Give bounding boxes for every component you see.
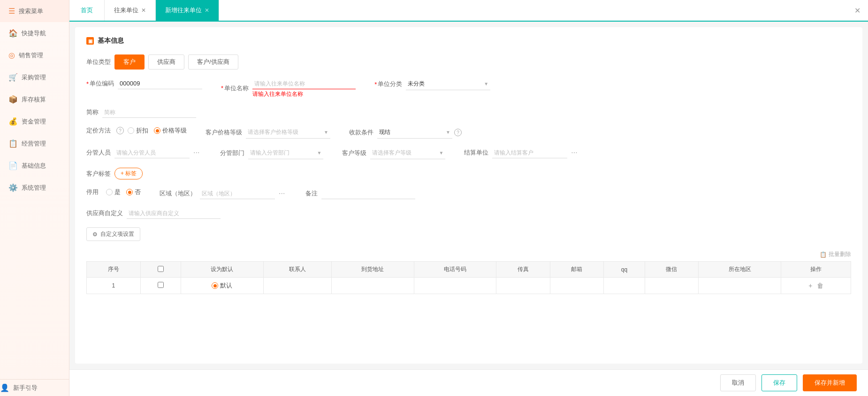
remark-input[interactable] (321, 188, 415, 199)
row-checkbox[interactable] (158, 282, 164, 288)
section-title-basic: ▣ 基本信息 (86, 37, 851, 45)
customer-price-placeholder: 请选择客户价格等级 (248, 128, 298, 136)
customer-price-field: 客户价格等级 请选择客户价格等级 ▼ (206, 126, 330, 139)
disable-label: 停用 (86, 188, 99, 196)
save-new-button[interactable]: 保存并新增 (803, 374, 857, 391)
disable-radio-no[interactable]: 否 (126, 188, 141, 196)
tab-partner-list-close[interactable]: ✕ (141, 7, 146, 14)
th-phone: 电话号码 (414, 262, 496, 278)
quick-nav-icon: 🏠 (8, 29, 18, 38)
row-email (550, 278, 604, 294)
payment-help-icon[interactable]: ? (454, 129, 462, 136)
row-region (699, 278, 781, 294)
sidebar-item-purchase[interactable]: 🛒 采购管理 (0, 66, 69, 88)
row-delete-btn[interactable]: 🗑 (815, 282, 825, 289)
unit-btn-customer[interactable]: 客户 (114, 54, 145, 70)
th-fax: 传真 (496, 262, 550, 278)
payment-terms-value: 现结 (379, 128, 390, 136)
finance-icon: 💰 (8, 117, 18, 126)
sidebar-item-quicknav[interactable]: 🏠 快捷导航 (0, 22, 69, 44)
sidebar-item-purchase-label: 采购管理 (22, 73, 46, 82)
main-content: 首页 往来单位 ✕ 新增往来单位 ✕ ✕ ▣ 基本信息 单位类型 客户 供应商 (69, 0, 868, 396)
disable-radio-group: 是 否 (106, 188, 141, 196)
sidebar-item-inventory[interactable]: 📦 库存核算 (0, 88, 69, 110)
customer-price-select[interactable]: 请选择客户价格等级 ▼ (246, 126, 330, 139)
unit-category-select[interactable]: 未分类 ▼ (406, 78, 490, 90)
unit-code-input[interactable] (118, 78, 202, 89)
sidebar-item-operations-label: 经营管理 (22, 140, 46, 148)
save-button[interactable]: 保存 (761, 374, 797, 391)
cancel-button[interactable]: 取消 (720, 374, 756, 391)
supplier-custom-input[interactable] (127, 208, 221, 219)
sidebar-item-inventory-label: 库存核算 (22, 95, 46, 104)
pricing-label: 定价方法 (86, 126, 111, 135)
pricing-radio-discount[interactable]: 折扣 (128, 126, 148, 135)
customer-level-select[interactable]: 请选择客户等级 ▼ (370, 147, 445, 159)
region-input[interactable] (200, 188, 275, 199)
settlement-label: 结算单位 (464, 148, 488, 157)
settlement-field: 结算单位 ··· (464, 147, 579, 158)
unit-type-label: 单位类型 (86, 58, 111, 66)
settlement-input[interactable] (492, 147, 567, 158)
department-select[interactable]: 请输入分管部门 ▼ (248, 147, 323, 159)
th-wechat: 微信 (645, 262, 699, 278)
th-address: 到货地址 (331, 262, 414, 278)
sidebar-item-operations[interactable]: 📋 经营管理 (0, 132, 69, 155)
region-more-btn[interactable]: ··· (277, 189, 287, 198)
sidebar-item-sysmgmt[interactable]: ⚙️ 系统管理 (0, 177, 69, 199)
unit-code-required: * (86, 80, 89, 87)
payment-terms-field: 收款条件 现结 ▼ ? (349, 126, 462, 139)
pricing-help-icon[interactable]: ? (116, 127, 124, 134)
batch-delete-label[interactable]: 批量删除 (829, 250, 851, 258)
manager-more-btn[interactable]: ··· (191, 148, 201, 157)
unit-type-row: 单位类型 客户 供应商 客户/供应商 (86, 54, 851, 70)
tab-new-partner[interactable]: 新增往来单位 ✕ (156, 0, 219, 21)
department-label: 分管部门 (220, 149, 244, 157)
select-all-checkbox[interactable] (158, 266, 164, 272)
tab-partner-list[interactable]: 往来单位 ✕ (105, 0, 156, 21)
department-chevron: ▼ (317, 150, 321, 155)
row-checkbox-cell (140, 278, 181, 294)
sidebar: ☰ 搜索菜单 🏠 快捷导航 ◎ 销售管理 🛒 采购管理 📦 库存核算 💰 资金管… (0, 0, 69, 396)
code-name-category-row: * 单位编码 * 单位名称 请输入往来单位名称 * 单位分类 未分类 ▼ (86, 78, 851, 98)
manager-row: 分管人员 ··· 分管部门 请输入分管部门 ▼ 客户等级 请选择客户等级 (86, 147, 851, 159)
payment-terms-select[interactable]: 现结 ▼ (377, 126, 452, 139)
sidebar-item-search[interactable]: ☰ 搜索菜单 (0, 0, 69, 22)
unit-btn-both[interactable]: 客户/供应商 (188, 54, 238, 70)
short-name-input[interactable] (102, 107, 196, 118)
pricing-radio-price-level[interactable]: 价格等级 (154, 126, 187, 135)
th-action: 操作 (781, 262, 851, 278)
sidebar-item-newbie[interactable]: 👤 新手引导 (0, 379, 69, 396)
sidebar-item-basicinfo[interactable]: 📄 基础信息 (0, 155, 69, 177)
sidebar-item-sales[interactable]: ◎ 销售管理 (0, 44, 69, 66)
table-body: 1 默认 (87, 278, 851, 294)
table-row: 1 默认 (87, 278, 851, 294)
manager-input-group: ··· (114, 147, 201, 158)
row-default-radio[interactable]: 默认 (186, 281, 259, 290)
tab-home-label: 首页 (81, 6, 93, 15)
newbie-icon: 👤 (0, 383, 9, 392)
row-fax (496, 278, 550, 294)
row-phone (414, 278, 496, 294)
close-all-button[interactable]: ✕ (847, 6, 868, 15)
unit-name-input[interactable] (252, 78, 356, 89)
unit-btn-supplier[interactable]: 供应商 (148, 54, 184, 70)
manager-input[interactable] (114, 147, 190, 158)
disable-radio-yes[interactable]: 是 (106, 188, 121, 196)
tab-partner-list-label: 往来单位 (114, 6, 138, 15)
radio-outer-discount (128, 127, 134, 134)
custom-settings-button[interactable]: ⚙ 自定义项设置 (86, 227, 140, 241)
unit-name-required: * (221, 85, 223, 92)
tags-add-btn[interactable]: + 标签 (114, 168, 143, 179)
remark-field: 备注 (305, 188, 415, 199)
tab-home[interactable]: 首页 (69, 0, 105, 21)
settlement-more-btn[interactable]: ··· (569, 148, 579, 157)
row-wechat (645, 278, 699, 294)
manager-field: 分管人员 ··· (86, 147, 201, 158)
region-label: 区域（地区） (160, 189, 196, 198)
sidebar-item-finance[interactable]: 💰 资金管理 (0, 110, 69, 132)
unit-category-label: 单位分类 (378, 80, 402, 88)
tab-new-partner-close[interactable]: ✕ (205, 7, 209, 14)
row-add-btn[interactable]: + (807, 282, 814, 289)
unit-category-value: 未分类 (408, 80, 425, 88)
